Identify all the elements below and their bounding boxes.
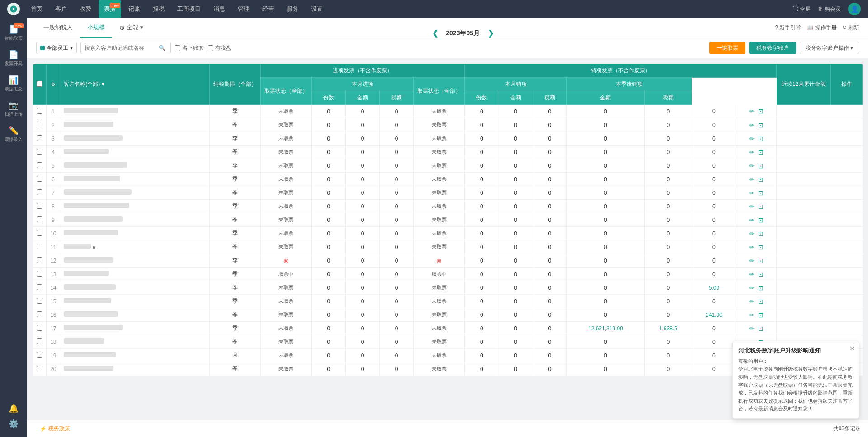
- row-checkbox[interactable]: [37, 230, 42, 236]
- copy-icon[interactable]: ⊡: [758, 108, 764, 115]
- edit-icon[interactable]: ✏: [749, 230, 755, 237]
- edit-icon[interactable]: ✏: [749, 311, 755, 319]
- edit-icon[interactable]: ✏: [749, 271, 755, 278]
- row-checkbox[interactable]: [37, 311, 42, 317]
- one-key-fetch-btn[interactable]: 一键取票: [709, 42, 745, 54]
- search-input[interactable]: [85, 45, 157, 51]
- sidebar-item-ticket-summary[interactable]: 📊 票据汇总: [2, 72, 25, 96]
- checkbox-taxdisk[interactable]: 有税盘: [208, 44, 231, 52]
- edit-icon[interactable]: ✏: [749, 189, 755, 197]
- row-checkbox[interactable]: [37, 203, 42, 209]
- search-icon[interactable]: 🔍: [159, 45, 165, 51]
- row-checkbox[interactable]: [37, 244, 42, 249]
- row-checkbox[interactable]: [37, 216, 42, 222]
- copy-icon[interactable]: ⊡: [758, 271, 764, 278]
- copy-icon[interactable]: ⊡: [758, 257, 764, 264]
- copy-icon[interactable]: ⊡: [758, 162, 764, 169]
- account-checkbox[interactable]: [175, 45, 180, 51]
- row-checkbox[interactable]: [37, 271, 42, 277]
- tab-all-ability[interactable]: ⊕全能 ▾: [112, 18, 151, 38]
- edit-icon[interactable]: ✏: [749, 203, 755, 210]
- user-avatar[interactable]: 👤: [848, 3, 861, 15]
- row-checkbox[interactable]: [37, 189, 42, 195]
- copy-icon[interactable]: ⊡: [758, 284, 764, 291]
- nav-bookkeeping[interactable]: 记账: [123, 0, 146, 18]
- copy-icon[interactable]: ⊡: [758, 203, 764, 210]
- row-checkbox[interactable]: [37, 122, 42, 127]
- edit-icon[interactable]: ✏: [749, 298, 755, 305]
- copy-icon[interactable]: ⊡: [758, 122, 764, 129]
- nav-home[interactable]: 首页: [25, 0, 48, 18]
- date-prev-btn[interactable]: ❮: [429, 28, 440, 39]
- nav-operation[interactable]: 经营: [257, 0, 279, 18]
- edit-icon[interactable]: ✏: [749, 149, 755, 156]
- membership-btn[interactable]: ♛ 购会员: [818, 5, 841, 13]
- copy-icon[interactable]: ⊡: [758, 189, 764, 197]
- setting-icon[interactable]: ⚙: [51, 81, 56, 88]
- copy-icon[interactable]: ⊡: [758, 311, 764, 319]
- nav-message[interactable]: 消息: [208, 0, 231, 18]
- copy-icon[interactable]: ⊡: [758, 149, 764, 156]
- edit-icon[interactable]: ✏: [749, 216, 755, 224]
- taxdisk-checkbox[interactable]: [208, 45, 213, 51]
- row-checkbox[interactable]: [37, 366, 42, 371]
- sidebar-item-config[interactable]: ⚙️: [2, 416, 25, 432]
- row-checkbox[interactable]: [37, 325, 42, 331]
- row-checkbox[interactable]: [37, 149, 42, 155]
- close-popup-btn[interactable]: ✕: [849, 345, 855, 352]
- sidebar-item-notification[interactable]: 🔔: [2, 401, 25, 416]
- nav-settings[interactable]: 设置: [306, 0, 328, 18]
- copy-icon[interactable]: ⊡: [758, 244, 764, 251]
- copy-icon[interactable]: ⊡: [758, 230, 764, 237]
- checkbox-account[interactable]: 名下账套: [175, 44, 204, 52]
- nav-client[interactable]: 客户: [50, 0, 72, 18]
- in-count-cell: 0: [311, 254, 345, 268]
- copy-icon[interactable]: ⊡: [758, 135, 764, 142]
- edit-icon[interactable]: ✏: [749, 325, 755, 332]
- edit-icon[interactable]: ✏: [749, 176, 755, 183]
- copy-icon[interactable]: ⊡: [758, 216, 764, 224]
- row-checkbox[interactable]: [37, 298, 42, 304]
- tab-general-taxpayer[interactable]: 一般纳税人: [36, 18, 80, 38]
- edit-icon[interactable]: ✏: [749, 135, 755, 142]
- select-all-checkbox[interactable]: [37, 81, 42, 87]
- manual-btn[interactable]: 📖 操作手册: [807, 24, 836, 32]
- nav-service[interactable]: 服务: [281, 0, 304, 18]
- row-checkbox[interactable]: [37, 135, 42, 141]
- digital-account-btn[interactable]: 税务数字账户: [749, 42, 796, 54]
- refresh-btn[interactable]: ↻ 刷新: [842, 24, 859, 32]
- edit-icon[interactable]: ✏: [749, 257, 755, 264]
- row-checkbox[interactable]: [37, 352, 42, 358]
- date-next-btn[interactable]: ❯: [485, 28, 496, 39]
- row-checkbox[interactable]: [37, 338, 42, 344]
- nav-fee[interactable]: 收费: [74, 0, 97, 18]
- sidebar-item-smart-ticket[interactable]: 🧾 智能取票 new: [2, 22, 25, 45]
- new-guide-btn[interactable]: ? 新手引导: [775, 24, 801, 32]
- nav-manage[interactable]: 管理: [232, 0, 255, 18]
- copy-icon[interactable]: ⊡: [758, 176, 764, 183]
- row-checkbox[interactable]: [37, 162, 42, 168]
- row-checkbox[interactable]: [37, 284, 42, 290]
- row-checkbox[interactable]: [37, 108, 42, 114]
- return-amount-cell: 0: [566, 362, 644, 376]
- nav-ticket[interactable]: 票据 new: [99, 0, 121, 18]
- sidebar-item-ticket-entry[interactable]: ✏️ 票据录入: [2, 123, 25, 146]
- tab-small-scale[interactable]: 小规模: [80, 18, 112, 38]
- sidebar-item-invoice-open[interactable]: 📄 发票开具: [2, 47, 25, 70]
- nav-business[interactable]: 工商项目: [172, 0, 206, 18]
- tax-policy-link[interactable]: ⚡ 税务政策: [34, 423, 75, 434]
- row-checkbox[interactable]: [37, 257, 42, 263]
- edit-icon[interactable]: ✏: [749, 108, 755, 115]
- digital-account-op-btn[interactable]: 税务数字账户操作 ▾: [800, 42, 859, 54]
- fullscreen-btn[interactable]: ⛶ 全屏: [793, 5, 811, 13]
- edit-icon[interactable]: ✏: [749, 244, 755, 251]
- row-checkbox[interactable]: [37, 176, 42, 182]
- sidebar-item-scan-upload[interactable]: 📷 扫描上传: [2, 98, 25, 121]
- nav-tax[interactable]: 报税: [147, 0, 170, 18]
- edit-icon[interactable]: ✏: [749, 284, 755, 291]
- edit-icon[interactable]: ✏: [749, 122, 755, 129]
- employee-select[interactable]: 全部员工 ▾: [36, 42, 77, 54]
- edit-icon[interactable]: ✏: [749, 162, 755, 169]
- copy-icon[interactable]: ⊡: [758, 298, 764, 305]
- copy-icon[interactable]: ⊡: [758, 325, 764, 332]
